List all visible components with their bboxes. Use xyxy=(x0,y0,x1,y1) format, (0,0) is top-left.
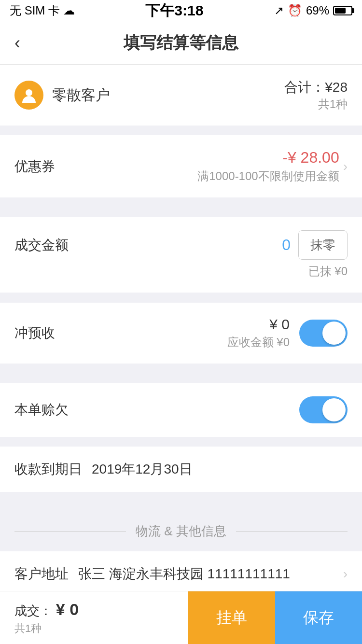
transaction-label: 成交金额 xyxy=(14,236,69,254)
transaction-section: 成交金额 0 抹零 已抹 ¥0 xyxy=(0,217,362,293)
customer-total: 合计：¥28 xyxy=(284,78,348,97)
divider-line-left xyxy=(14,531,126,532)
transaction-value: 0 xyxy=(282,236,291,254)
mo-ling-button[interactable]: 抹零 xyxy=(298,230,348,260)
prepay-sub: 应收金额 ¥0 xyxy=(227,335,290,350)
transaction-right: 0 抹零 xyxy=(282,230,348,260)
page-title: 填写结算等信息 xyxy=(124,32,238,54)
bottom-transaction-row: 成交： ¥ 0 xyxy=(14,600,174,619)
prepay-top: 冲预收 ¥ 0 应收金额 ¥0 xyxy=(14,316,348,350)
coupon-amount: -¥ 28.00 xyxy=(197,149,339,167)
divider-2 xyxy=(0,373,362,383)
bottom-bar: 成交： ¥ 0 共1种 挂单 保存 xyxy=(0,591,362,644)
prepay-main: ¥ 0 xyxy=(227,316,290,333)
customer-count: 共1种 xyxy=(284,97,348,112)
logistics-divider: 物流 & 其他信息 xyxy=(0,511,362,551)
prepay-values: ¥ 0 应收金额 ¥0 xyxy=(227,316,290,350)
bottom-count: 共1种 xyxy=(14,621,174,636)
battery-fill xyxy=(335,8,346,14)
due-date-label: 收款到期日 xyxy=(14,460,82,478)
coupon-desc: 满1000-100不限制使用金额 xyxy=(197,168,339,184)
credit-row: 本单赊欠 xyxy=(0,383,362,437)
status-right: ↗ ⏰ 69% xyxy=(274,4,352,17)
due-date-value: 2019年12月30日 xyxy=(92,460,193,478)
prepay-label: 冲预收 xyxy=(14,324,55,342)
address-chevron-icon: › xyxy=(343,566,348,582)
alarm-icon: ⏰ xyxy=(288,4,302,17)
svg-point-0 xyxy=(26,89,32,96)
transaction-inner: 成交金额 0 抹零 已抹 ¥0 xyxy=(0,217,362,293)
due-date-section: 收款到期日 2019年12月30日 xyxy=(0,447,362,492)
customer-right: 合计：¥28 共1种 xyxy=(284,78,348,112)
location-icon: ↗ xyxy=(274,4,284,17)
bottom-transaction-label: 成交： xyxy=(14,603,52,618)
battery-percent: 69% xyxy=(306,4,329,17)
divider-line-right xyxy=(236,531,348,532)
nav-bar: ‹ 填写结算等信息 xyxy=(0,21,362,65)
customer-left: 零散客户 xyxy=(14,81,110,110)
customer-row: 零散客户 合计：¥28 共1种 xyxy=(0,65,362,126)
avatar xyxy=(14,81,43,110)
prepay-inner: 冲预收 ¥ 0 应收金额 ¥0 xyxy=(0,302,362,364)
credit-label: 本单赊欠 xyxy=(14,401,69,419)
address-right: › xyxy=(339,566,348,582)
transaction-top: 成交金额 0 抹零 xyxy=(14,230,348,260)
bottom-transaction-value: ¥ 0 xyxy=(56,600,79,618)
save-button[interactable]: 保存 xyxy=(275,591,362,644)
prepay-right: ¥ 0 应收金额 ¥0 xyxy=(227,316,348,350)
sim-text: 无 SIM 卡 ☁ xyxy=(10,3,75,18)
suspend-button[interactable]: 挂单 xyxy=(188,591,275,644)
credit-toggle[interactable] xyxy=(299,396,348,423)
battery-bar xyxy=(333,6,352,15)
coupon-content: -¥ 28.00 满1000-100不限制使用金额 xyxy=(197,149,339,184)
address-row[interactable]: 客户地址 张三 海淀永丰科技园 11111111111 › xyxy=(0,551,362,597)
customer-name: 零散客户 xyxy=(52,85,110,105)
coupon-row[interactable]: 优惠券 -¥ 28.00 满1000-100不限制使用金额 › xyxy=(0,135,362,197)
status-left: 无 SIM 卡 ☁ xyxy=(10,3,75,18)
bottom-left: 成交： ¥ 0 共1种 xyxy=(0,591,188,644)
coupon-chevron-icon: › xyxy=(343,159,348,174)
prepay-toggle[interactable] xyxy=(299,320,348,347)
toggle-knob xyxy=(322,322,346,345)
divider-1 xyxy=(0,207,362,217)
status-bar: 无 SIM 卡 ☁ 下午3:18 ↗ ⏰ 69% xyxy=(0,0,362,21)
coupon-right: -¥ 28.00 满1000-100不限制使用金额 › xyxy=(197,149,348,184)
address-value: 张三 海淀永丰科技园 11111111111 xyxy=(78,565,339,583)
logistics-text: 物流 & 其他信息 xyxy=(136,523,226,540)
coupon-label: 优惠券 xyxy=(14,157,55,176)
coupon-section[interactable]: 优惠券 -¥ 28.00 满1000-100不限制使用金额 › xyxy=(0,135,362,197)
credit-toggle-knob xyxy=(322,398,346,421)
customer-section: 零散客户 合计：¥28 共1种 xyxy=(0,65,362,126)
prepay-section: 冲预收 ¥ 0 应收金额 ¥0 xyxy=(0,302,362,364)
back-button[interactable]: ‹ xyxy=(14,33,20,53)
address-section[interactable]: 客户地址 张三 海淀永丰科技园 11111111111 › xyxy=(0,551,362,597)
address-label: 客户地址 xyxy=(14,565,69,583)
status-time: 下午3:18 xyxy=(145,1,203,21)
transaction-sub: 已抹 ¥0 xyxy=(14,264,348,279)
due-date-row: 收款到期日 2019年12月30日 xyxy=(0,447,362,492)
divider-3 xyxy=(0,502,362,511)
credit-section: 本单赊欠 xyxy=(0,383,362,437)
